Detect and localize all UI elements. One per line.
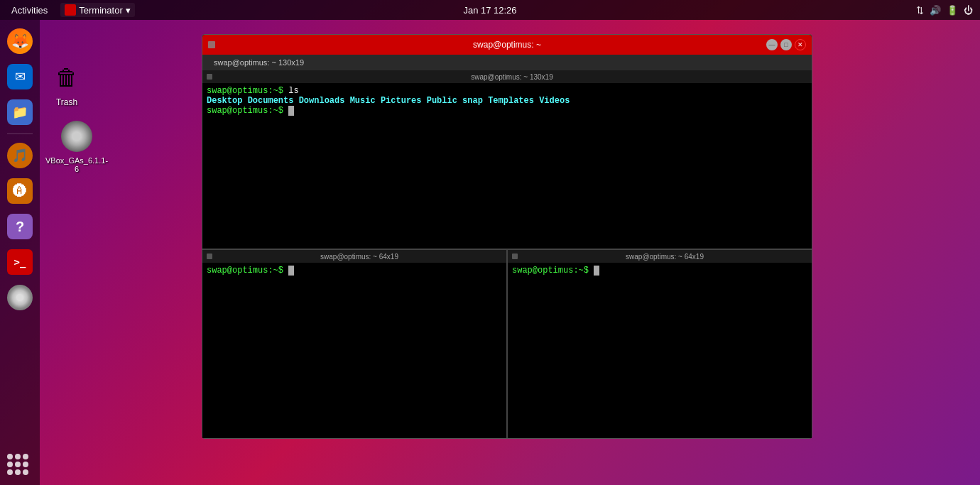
- pane-bl-titlebar: swap@optimus: ~ 64x19: [202, 250, 506, 263]
- trash-icon: 🗑: [50, 60, 84, 94]
- appstore-icon: [7, 178, 33, 204]
- pane-bl-prompt: swap@optimus:~$: [207, 266, 288, 276]
- pane-br-line-1: swap@optimus:~$: [512, 266, 807, 276]
- files-icon: [7, 99, 33, 125]
- power-icon[interactable]: ⏻: [964, 5, 973, 16]
- topbar-right: ⇅ 🔊 🔋 ⏻: [916, 5, 973, 16]
- topbar: Activities Terminator ▾ Jan 17 12:26 ⇅ 🔊…: [0, 0, 980, 20]
- terminator-panes: swap@optimus: ~ 130x19 swap@optimus:~$ l…: [202, 70, 812, 438]
- terminator-tabbar: swap@optimus: ~ 130x19: [202, 55, 812, 70]
- dot: [7, 462, 13, 467]
- terminal-line-1: swap@optimus:~$ ls: [207, 86, 807, 96]
- cursor-top: [288, 106, 294, 116]
- terminator-window: swap@optimus: ~ — □ ✕ swap@optimus: ~ 13…: [202, 34, 812, 439]
- activities-button[interactable]: Activities: [7, 4, 52, 17]
- vbox-label: VBox_GAs_6.1.1- 6: [45, 156, 108, 173]
- ls-templates: Templates: [488, 96, 534, 106]
- dot: [7, 454, 13, 459]
- firefox-icon: [7, 28, 33, 54]
- close-button[interactable]: ✕: [795, 39, 806, 50]
- pane-bl-line-1: swap@optimus:~$: [207, 266, 502, 276]
- pane-bl-title: swap@optimus: ~ 64x19: [217, 253, 502, 261]
- battery-icon[interactable]: 🔋: [947, 5, 958, 16]
- pane-br-title: swap@optimus: ~ 64x19: [522, 253, 807, 261]
- dock-separator: [7, 133, 33, 134]
- terminator-dropdown-arrow: ▾: [126, 5, 131, 16]
- dock-item-help[interactable]: [4, 211, 36, 242]
- cmd-1: ls: [288, 86, 298, 96]
- dock-item-dvd[interactable]: [4, 282, 36, 313]
- ls-documents: Documents: [248, 96, 294, 106]
- pane-bl-handle-icon: [207, 254, 212, 259]
- terminal-pane-bottom-left[interactable]: swap@optimus: ~ 64x19 swap@optimus:~$: [202, 250, 508, 438]
- terminator-tab[interactable]: Terminator ▾: [60, 3, 134, 17]
- terminal-icon: [7, 249, 33, 275]
- vbox-disc-icon: [60, 119, 94, 153]
- app-launcher-button[interactable]: [7, 454, 33, 479]
- dock-item-terminal[interactable]: [4, 246, 36, 278]
- pane-top-title: swap@optimus: ~ 130x19: [217, 73, 807, 81]
- pane-br-handle-icon: [512, 254, 518, 259]
- desktop-trash[interactable]: 🗑 Trash: [50, 60, 84, 107]
- dot: [23, 454, 28, 459]
- topbar-left: Activities Terminator ▾: [7, 3, 135, 17]
- ls-videos: Videos: [539, 96, 570, 106]
- rhythmbox-icon: [7, 143, 33, 168]
- ls-pictures: Pictures: [381, 96, 422, 106]
- dock-item-firefox[interactable]: [4, 26, 36, 57]
- dot: [7, 469, 13, 475]
- terminator-win-controls: — □ ✕: [766, 39, 806, 50]
- dvd-icon: [7, 285, 33, 310]
- pane-br-content[interactable]: swap@optimus:~$: [508, 263, 812, 438]
- ls-downloads: Downloads: [299, 96, 345, 106]
- dock-item-thunderbird[interactable]: [4, 61, 36, 92]
- prompt-2: swap@optimus:~$: [207, 106, 288, 116]
- terminal-pane-bottom-right[interactable]: swap@optimus: ~ 64x19 swap@optimus:~$: [508, 250, 812, 438]
- ls-music: Music: [350, 96, 376, 106]
- dot: [15, 454, 21, 459]
- topbar-datetime: Jan 17 12:26: [463, 5, 516, 16]
- terminator-tab-item[interactable]: swap@optimus: ~ 130x19: [208, 57, 310, 68]
- terminator-tab-label: Terminator: [79, 5, 122, 16]
- dock-item-rhythmbox[interactable]: [4, 140, 36, 171]
- cursor-bl: [288, 266, 294, 276]
- dock-item-files[interactable]: [4, 97, 36, 128]
- terminator-titlebar: swap@optimus: ~ — □ ✕: [202, 35, 812, 55]
- network-icon[interactable]: ⇅: [916, 5, 924, 16]
- help-icon: [7, 214, 33, 239]
- minimize-button[interactable]: —: [766, 39, 778, 50]
- terminator-window-title: swap@optimus: ~: [473, 40, 541, 50]
- terminal-pane-bottom: swap@optimus: ~ 64x19 swap@optimus:~$ sw…: [202, 250, 812, 438]
- dot: [15, 469, 21, 475]
- dock: [0, 20, 40, 485]
- pane-bl-content[interactable]: swap@optimus:~$: [202, 263, 506, 438]
- pane-top-titlebar: swap@optimus: ~ 130x19: [202, 70, 812, 83]
- maximize-button[interactable]: □: [780, 39, 792, 50]
- desktop-vbox[interactable]: VBox_GAs_6.1.1- 6: [45, 119, 108, 173]
- pane-br-titlebar: swap@optimus: ~ 64x19: [508, 250, 812, 263]
- cursor-br: [594, 266, 599, 276]
- term-handle-icon: [208, 41, 215, 48]
- dot: [23, 469, 28, 475]
- ls-snap: snap: [462, 96, 483, 106]
- volume-icon[interactable]: 🔊: [930, 5, 941, 16]
- dot: [15, 462, 21, 467]
- pane-handle-icon: [207, 74, 212, 80]
- ls-desktop: Desktop: [207, 96, 242, 106]
- terminator-icon: [65, 4, 76, 16]
- thunderbird-icon: [7, 64, 33, 89]
- trash-label: Trash: [56, 97, 77, 107]
- dock-item-appstore[interactable]: [4, 175, 36, 207]
- dot: [23, 462, 28, 467]
- pane-top-content[interactable]: swap@optimus:~$ ls Desktop Documents Dow…: [202, 83, 812, 249]
- terminal-line-2: swap@optimus:~$: [207, 106, 807, 116]
- ls-public: Public: [427, 96, 457, 106]
- prompt-1: swap@optimus:~$: [207, 86, 288, 96]
- terminal-line-ls: Desktop Documents Downloads Music Pictur…: [207, 96, 807, 106]
- terminal-pane-top[interactable]: swap@optimus: ~ 130x19 swap@optimus:~$ l…: [202, 70, 812, 250]
- pane-br-prompt: swap@optimus:~$: [512, 266, 594, 276]
- terminator-titlebar-left: [208, 41, 215, 48]
